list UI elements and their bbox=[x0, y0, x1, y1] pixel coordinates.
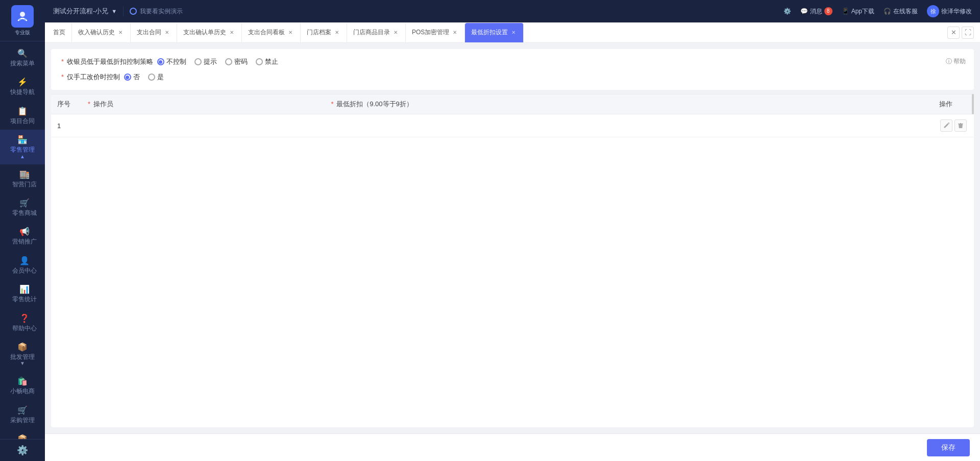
tab-expand-button[interactable]: ⛶ bbox=[962, 27, 974, 39]
tab-store-catalog-close[interactable]: ✕ bbox=[392, 29, 399, 36]
ecommerce-icon: 🛍️ bbox=[17, 376, 28, 386]
sidebar-item-wholesale-mgmt[interactable]: 📦 批发管理 ▼ bbox=[0, 337, 45, 371]
topbar-right: ⚙️ 💬 消息 8 📱 App下载 🎧 在线客服 徐 徐泽华修改 bbox=[783, 5, 972, 17]
app-version-label: 专业版 bbox=[15, 30, 30, 36]
topbar: 测试分开流程-小兄 ▼ 我要看实例演示 ⚙️ 💬 消息 8 📱 App下载 🎧 bbox=[45, 0, 980, 22]
table-scrollbar[interactable] bbox=[972, 94, 974, 114]
sidebar-item-retail-stats[interactable]: 📊 零售统计 bbox=[0, 279, 45, 308]
demo-link[interactable]: 我要看实例演示 bbox=[130, 7, 183, 16]
app-logo-icon bbox=[11, 5, 34, 28]
tab-min-discount-close[interactable]: ✕ bbox=[510, 29, 517, 36]
message-icon: 💬 bbox=[800, 8, 808, 15]
project-contract-icon: 📋 bbox=[17, 106, 28, 116]
tab-expense-kanban[interactable]: 支出合同看板 ✕ bbox=[242, 23, 301, 42]
tab-min-discount[interactable]: 最低折扣设置 ✕ bbox=[465, 23, 524, 42]
sidebar-item-retail-mall[interactable]: 🛒 零售商城 bbox=[0, 193, 45, 222]
cell-action bbox=[933, 114, 974, 137]
main-area: 测试分开流程-小兄 ▼ 我要看实例演示 ⚙️ 💬 消息 8 📱 App下载 🎧 bbox=[45, 0, 980, 461]
save-button[interactable]: 保存 bbox=[927, 439, 970, 456]
retail-mgmt-icon: 🏪 bbox=[17, 135, 28, 144]
tab-store-archive-label: 门店档案 bbox=[307, 28, 331, 37]
radio-no-circle bbox=[124, 74, 131, 81]
tab-expense-contract[interactable]: 支出合同 ✕ bbox=[131, 23, 177, 42]
tab-expense-confirm-history-close[interactable]: ✕ bbox=[228, 29, 235, 36]
project-selector[interactable]: 测试分开流程-小兄 ▼ bbox=[53, 7, 117, 16]
table-card: 序号 * 操作员 * 最低折扣（9.00等于9折） bbox=[51, 94, 974, 427]
sidebar-item-smart-store[interactable]: 🏬 智营门店 bbox=[0, 164, 45, 193]
tab-expense-kanban-close[interactable]: ✕ bbox=[287, 29, 294, 36]
retail-mgmt-expand-icon: ▲ bbox=[20, 154, 25, 159]
tab-store-archive[interactable]: 门店档案 ✕ bbox=[301, 23, 347, 42]
topbar-message[interactable]: 💬 消息 8 bbox=[800, 7, 832, 16]
help-label: 帮助 bbox=[953, 57, 966, 66]
tab-pos-encrypt-close[interactable]: ✕ bbox=[451, 29, 458, 36]
sidebar-item-purchase-mgmt[interactable]: 🛒 采购管理 bbox=[0, 400, 45, 429]
help-button[interactable]: ⓘ 帮助 bbox=[946, 57, 966, 66]
sidebar-item-ecommerce[interactable]: 🛍️ 小畅电商 bbox=[0, 371, 45, 400]
radio-no-control-circle bbox=[157, 58, 164, 65]
sidebar-label-ecommerce: 小畅电商 bbox=[10, 387, 35, 395]
tab-expense-confirm-history[interactable]: 支出确认单历史 ✕ bbox=[177, 23, 242, 42]
sidebar-label-retail-stats: 零售统计 bbox=[12, 296, 37, 303]
sidebar-item-project-contract[interactable]: 📋 项目合同 bbox=[0, 101, 45, 130]
user-avatar-icon: 徐 bbox=[927, 5, 939, 17]
discount-policy-radio-group: 不控制 提示 密码 禁止 bbox=[157, 57, 278, 66]
message-badge: 8 bbox=[824, 7, 832, 15]
tab-pos-encrypt-label: POS加密管理 bbox=[412, 28, 449, 37]
sidebar-item-inventory[interactable]: 📦 库存核算 bbox=[0, 429, 45, 439]
tab-store-archive-close[interactable]: ✕ bbox=[333, 29, 340, 36]
tab-store-catalog[interactable]: 门店商品目录 ✕ bbox=[347, 23, 406, 42]
radio-forbid[interactable]: 禁止 bbox=[256, 57, 278, 66]
table-header-row: 序号 * 操作员 * 最低折扣（9.00等于9折） bbox=[51, 94, 974, 114]
purchase-mgmt-icon: 🛒 bbox=[17, 405, 28, 415]
project-name: 测试分开流程-小兄 bbox=[53, 7, 108, 16]
radio-forbid-circle bbox=[256, 58, 263, 65]
row-action-buttons bbox=[939, 119, 968, 132]
sidebar-label-smart-store: 智营门店 bbox=[12, 181, 37, 188]
radio-no[interactable]: 否 bbox=[124, 72, 140, 82]
topbar-settings[interactable]: ⚙️ bbox=[783, 8, 791, 15]
sidebar-item-marketing[interactable]: 📢 营销推广 bbox=[0, 222, 45, 250]
cell-operator bbox=[82, 114, 325, 137]
help-center-icon: ❓ bbox=[19, 313, 30, 323]
table-row: 1 bbox=[51, 114, 974, 137]
demo-circle-icon bbox=[130, 8, 137, 15]
settings-gear-icon: ⚙️ bbox=[783, 8, 791, 15]
settings-button[interactable]: ⚙️ bbox=[17, 445, 28, 456]
sidebar-item-retail-mgmt[interactable]: 🏪 零售管理 ▲ bbox=[0, 130, 45, 164]
topbar-app-download[interactable]: 📱 App下载 bbox=[842, 7, 874, 16]
sidebar-label-search: 搜索菜单 bbox=[10, 60, 35, 67]
tab-expense-contract-close[interactable]: ✕ bbox=[163, 29, 170, 36]
inventory-icon: 📦 bbox=[17, 434, 28, 439]
sidebar-label-help-center: 帮助中心 bbox=[12, 325, 37, 332]
row-edit-button[interactable] bbox=[940, 119, 952, 132]
tab-close-all-button[interactable]: ✕ bbox=[947, 27, 960, 39]
th-discount: * 最低折扣（9.00等于9折） bbox=[325, 94, 933, 114]
radio-prompt[interactable]: 提示 bbox=[194, 57, 217, 66]
help-circle-icon: ⓘ bbox=[946, 57, 952, 66]
radio-yes-label: 是 bbox=[157, 72, 164, 82]
sidebar-item-help-center[interactable]: ❓ 帮助中心 bbox=[0, 308, 45, 337]
row-delete-button[interactable] bbox=[954, 119, 967, 132]
tab-expense-kanban-label: 支出合同看板 bbox=[248, 28, 285, 37]
th-operator-star: * bbox=[88, 100, 90, 108]
tab-income-history-close[interactable]: ✕ bbox=[117, 29, 124, 36]
sidebar-item-member-center[interactable]: 👤 会员中心 bbox=[0, 251, 45, 279]
sidebar-item-quick-nav[interactable]: ⚡ 快捷导航 bbox=[0, 72, 45, 101]
tab-pos-encrypt[interactable]: POS加密管理 ✕ bbox=[406, 23, 465, 42]
sidebar: 专业版 🔍 搜索菜单 ⚡ 快捷导航 📋 项目合同 🏪 零售管理 ▲ 🏬 智营门店… bbox=[0, 0, 45, 461]
save-bar: 保存 bbox=[45, 433, 980, 461]
sidebar-logo: 专业版 bbox=[0, 0, 45, 41]
radio-no-control[interactable]: 不控制 bbox=[157, 57, 186, 66]
topbar-user[interactable]: 徐 徐泽华修改 bbox=[927, 5, 972, 17]
search-menu-icon: 🔍 bbox=[17, 48, 28, 58]
required-star-1: * bbox=[61, 58, 64, 65]
tab-expense-contract-label: 支出合同 bbox=[137, 28, 161, 37]
radio-prompt-circle bbox=[194, 58, 202, 65]
tab-home[interactable]: 首页 bbox=[47, 23, 72, 42]
topbar-customer-service[interactable]: 🎧 在线客服 bbox=[884, 7, 918, 16]
radio-password[interactable]: 密码 bbox=[225, 57, 248, 66]
sidebar-item-search[interactable]: 🔍 搜索菜单 bbox=[0, 43, 45, 72]
radio-yes[interactable]: 是 bbox=[148, 72, 164, 82]
tab-income-history[interactable]: 收入确认历史 ✕ bbox=[72, 23, 131, 42]
